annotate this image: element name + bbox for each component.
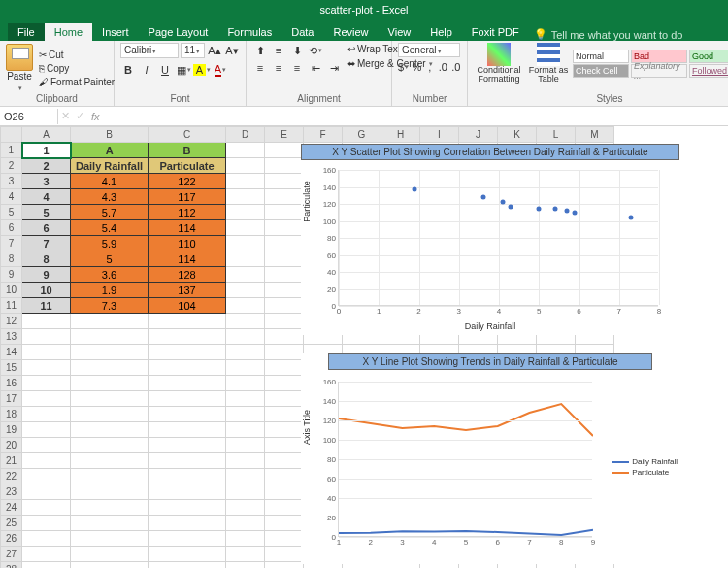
cell[interactable]: 5.9 xyxy=(71,236,149,251)
cell[interactable] xyxy=(149,516,226,531)
col-header[interactable]: I xyxy=(420,127,459,143)
row-header[interactable]: 11 xyxy=(1,298,22,314)
tab-file[interactable]: File xyxy=(8,23,45,41)
cell[interactable] xyxy=(71,422,149,438)
cell-styles-gallery[interactable]: Normal Check Cell Bad Explanatory ... Go… xyxy=(573,50,728,78)
format-painter-button[interactable]: 🖌Format Painter xyxy=(37,76,116,88)
cell[interactable] xyxy=(226,391,265,407)
cell[interactable] xyxy=(226,174,265,189)
cell[interactable] xyxy=(226,500,265,516)
cell[interactable]: A xyxy=(71,143,149,158)
cell[interactable]: 5.4 xyxy=(71,220,149,236)
cell[interactable] xyxy=(265,236,304,251)
cell[interactable] xyxy=(265,562,304,569)
cell[interactable] xyxy=(265,189,304,205)
cell[interactable] xyxy=(149,314,226,329)
copy-button[interactable]: ⎘Copy xyxy=(37,62,116,75)
align-middle-button[interactable]: ≡ xyxy=(271,43,286,58)
cell[interactable] xyxy=(149,484,226,500)
cell[interactable] xyxy=(149,329,226,345)
align-bottom-button[interactable]: ⬇ xyxy=(289,43,305,58)
row-header[interactable]: 19 xyxy=(1,422,22,438)
font-name-select[interactable]: Calibri xyxy=(120,43,179,58)
col-header[interactable]: A xyxy=(22,127,71,143)
cell[interactable]: 1 xyxy=(22,143,71,158)
cell[interactable]: B xyxy=(149,143,226,158)
cell[interactable] xyxy=(265,345,304,360)
percent-button[interactable]: % xyxy=(412,59,421,75)
cell[interactable]: 7.3 xyxy=(71,298,149,314)
tab-data[interactable]: Data xyxy=(281,23,323,41)
row-header[interactable]: 13 xyxy=(1,329,22,345)
cancel-icon[interactable]: ✕ xyxy=(58,110,73,122)
row-header[interactable]: 4 xyxy=(1,189,22,205)
cell[interactable] xyxy=(226,407,265,422)
row-header[interactable]: 17 xyxy=(1,391,22,407)
cell[interactable]: 117 xyxy=(149,189,226,205)
style-check-cell[interactable]: Check Cell xyxy=(573,64,629,78)
cell[interactable] xyxy=(22,376,71,391)
cell[interactable]: 8 xyxy=(22,251,71,267)
cell[interactable]: Particulate xyxy=(149,158,226,174)
row-header[interactable]: 9 xyxy=(1,267,22,283)
col-header[interactable]: B xyxy=(71,127,149,143)
cell[interactable] xyxy=(265,484,304,500)
bold-button[interactable]: B xyxy=(120,62,136,78)
cell[interactable]: 6 xyxy=(22,220,71,236)
style-normal[interactable]: Normal xyxy=(573,50,629,63)
cell[interactable]: 3.6 xyxy=(71,267,149,283)
cell[interactable] xyxy=(226,329,265,345)
cell[interactable] xyxy=(226,531,265,547)
col-header[interactable]: C xyxy=(149,127,226,143)
cell[interactable] xyxy=(22,360,71,376)
cell[interactable]: 2 xyxy=(22,158,71,174)
cell[interactable] xyxy=(226,189,265,205)
cell[interactable] xyxy=(265,453,304,469)
align-center-button[interactable]: ≡ xyxy=(271,60,286,76)
cell[interactable] xyxy=(265,407,304,422)
cell[interactable] xyxy=(149,407,226,422)
row-header[interactable]: 23 xyxy=(1,484,22,500)
cell[interactable] xyxy=(149,376,226,391)
cell[interactable] xyxy=(71,516,149,531)
row-header[interactable]: 1 xyxy=(1,143,22,158)
cell[interactable] xyxy=(71,453,149,469)
font-color-button[interactable]: A xyxy=(213,62,228,78)
cell[interactable] xyxy=(265,469,304,484)
orientation-button[interactable]: ⟲ xyxy=(308,43,323,58)
col-header[interactable]: F xyxy=(304,127,343,143)
row-header[interactable]: 25 xyxy=(1,516,22,531)
cell[interactable] xyxy=(149,531,226,547)
cell[interactable]: 112 xyxy=(149,205,226,220)
cell[interactable] xyxy=(71,376,149,391)
cell[interactable] xyxy=(22,547,71,562)
row-header[interactable]: 2 xyxy=(1,158,22,174)
cell[interactable] xyxy=(22,345,71,360)
cell[interactable] xyxy=(265,531,304,547)
cell[interactable] xyxy=(149,345,226,360)
cell[interactable] xyxy=(226,236,265,251)
cell[interactable] xyxy=(265,205,304,220)
cell[interactable] xyxy=(226,562,265,569)
cell[interactable] xyxy=(71,329,149,345)
style-good[interactable]: Good xyxy=(689,50,728,63)
cell[interactable] xyxy=(265,283,304,298)
cell[interactable]: 1.9 xyxy=(71,283,149,298)
col-header[interactable]: D xyxy=(226,127,265,143)
cell[interactable] xyxy=(226,438,265,453)
formula-input[interactable] xyxy=(104,109,728,124)
align-top-button[interactable]: ⬆ xyxy=(252,43,268,58)
worksheet[interactable]: ABCDEFGHIJKLM11AB22Daily RainfallParticu… xyxy=(0,126,728,568)
cell[interactable] xyxy=(71,345,149,360)
cell[interactable] xyxy=(22,500,71,516)
border-button[interactable]: ▦ xyxy=(176,62,191,78)
decrease-font-button[interactable]: A▾ xyxy=(224,43,240,58)
row-header[interactable]: 26 xyxy=(1,531,22,547)
row-header[interactable]: 28 xyxy=(1,562,22,569)
cell[interactable] xyxy=(22,531,71,547)
cell[interactable] xyxy=(71,438,149,453)
cell[interactable] xyxy=(149,547,226,562)
cell[interactable] xyxy=(22,484,71,500)
cell[interactable] xyxy=(22,453,71,469)
cell[interactable] xyxy=(265,251,304,267)
